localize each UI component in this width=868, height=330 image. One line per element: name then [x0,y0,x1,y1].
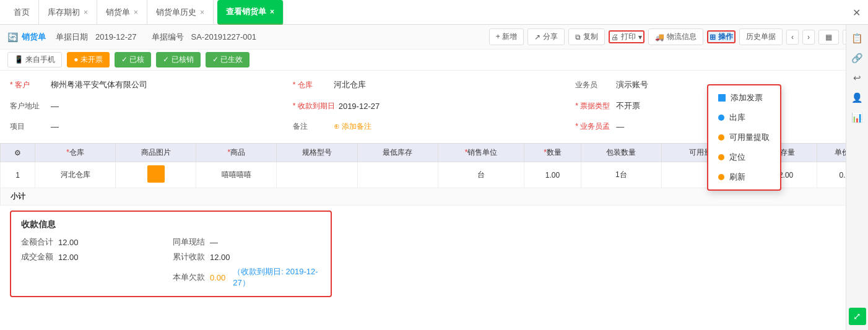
deal-amount-row: 成交金额 12.00 [21,251,169,263]
close-sales-order[interactable]: × [134,8,138,17]
close-sales-history[interactable]: × [200,8,204,17]
arrears-value: 0.00 [210,273,225,282]
tab-inventory-init[interactable]: 库存期初 × [39,0,97,25]
close-inventory-init[interactable]: × [84,8,88,17]
due-date-label: * 收款到期日 [293,101,335,111]
row-no: 1 [1,162,35,188]
expand-icon: ⤢ [853,311,861,322]
side-icon-clipboard[interactable]: 📋 [849,30,866,47]
note-field: 备注 ⊕ 添加备注 [293,119,576,134]
sold-off-icon: ✓ [163,55,169,64]
refresh-side-icon: ↩ [853,72,861,84]
biz-staff-label: * 业务员孟 [575,121,612,132]
refresh-label: 刷新 [729,172,745,183]
nav-next-button[interactable]: › [802,30,815,45]
same-order-label: 同单现结 [173,237,205,248]
note-label: 备注 [293,121,330,132]
col-spec: 规格型号 [277,144,357,162]
nav-prev-button[interactable]: ‹ [786,30,799,45]
tab-sales-history[interactable]: 销货单历史 × [147,0,214,25]
tab-home[interactable]: 首页 [5,0,39,25]
payment-col-right: 同单现结 — 累计收款 12.00 本单欠款 0.00 （收款到期日: 2019… [173,237,321,289]
available-qty-item[interactable]: 可用量提取 [708,128,780,147]
print-icon: 🖨 [611,33,618,41]
effective-icon: ✓ [212,55,219,64]
payment-grid: 金额合计 12.00 成交金额 12.00 同单现结 — 累计收款 12.00 [21,237,321,289]
not-open-button[interactable]: ● 未开票 [67,52,110,67]
out-stock-icon [718,115,724,121]
share-button[interactable]: ↗ 分享 [527,28,565,45]
check-icon: ✓ [121,55,128,64]
staff-value: 演示账号 [616,79,648,90]
cumulative-row: 累计收款 12.00 [173,251,321,263]
doc-type-title: 🔄 销货单 [7,32,46,43]
chart-icon: 📊 [851,112,863,123]
col-min-stock: 最低库存 [357,144,438,162]
close-window-button[interactable]: ✕ [853,6,861,18]
copy-button[interactable]: ⧉ 复制 [568,28,605,45]
row-pack-qty: 1台 [581,162,661,188]
payment-col-left: 金额合计 12.00 成交金额 12.00 [21,237,169,289]
side-icon-link[interactable]: 🔗 [849,50,866,67]
operation-button[interactable]: ⊞ 操作 [707,30,736,43]
add-invoice-label: 添加发票 [731,92,763,103]
arrears-label: 本单欠款 [173,272,205,283]
locate-icon [718,154,724,160]
col-warehouse: *仓库 [35,144,116,162]
col-product: *商品 [196,144,277,162]
product-image [147,165,165,183]
row-warehouse: 河北仓库 [35,162,116,188]
clipboard-icon: 📋 [851,33,863,44]
sold-off-button[interactable]: ✓ 已核销 [156,52,200,67]
history-button[interactable]: 历史单据 [739,28,783,45]
total-amount-row: 金额合计 12.00 [21,237,169,248]
ticket-value: 不开票 [616,100,640,111]
warehouse-label: * 仓库 [293,80,330,90]
total-amount-label: 金额合计 [21,237,53,248]
add-invoice-icon [718,94,726,102]
toolbar-right: + 新增 ↗ 分享 ⧉ 复制 🖨 打印 ▾ 🚚 物流信息 ⊞ 操作 [489,28,861,45]
not-open-icon: ● [74,55,78,64]
from-phone-button[interactable]: 📱 来自手机 [7,52,62,67]
customer-label: * 客户 [10,80,47,90]
checked-button[interactable]: ✓ 已核 [115,52,151,67]
warehouse-field: * 仓库 河北仓库 [293,77,576,93]
grid-view-button[interactable]: ▦ [818,30,839,45]
project-label: 项目 [10,121,47,132]
row-sales-unit: 台 [438,162,524,188]
side-icon-user[interactable]: 👤 [849,89,866,106]
col-settings[interactable]: ⚙ [1,144,35,162]
available-qty-label: 可用量提取 [729,132,770,143]
row-spec [277,162,357,188]
new-button[interactable]: + 新增 [489,28,524,45]
add-note-button[interactable]: ⊕ 添加备注 [334,121,371,132]
refresh-item[interactable]: 刷新 [708,167,780,187]
side-icon-expand[interactable]: ⤢ [849,308,866,325]
out-stock-item[interactable]: 出库 [708,108,780,128]
biz-staff-value: — [616,122,624,131]
customer-value: 柳州粤港平安气体有限公司 [51,79,147,90]
locate-item[interactable]: 定位 [708,147,780,167]
grid-icon: ⊞ [710,33,716,41]
logistics-button[interactable]: 🚚 物流信息 [648,28,703,45]
print-dropdown-arrow: ▾ [638,33,642,41]
add-invoice-item[interactable]: 添加发票 [708,88,780,108]
side-icon-chart[interactable]: 📊 [849,109,866,126]
number-value: SA-20191227-001 [191,32,257,41]
date-value: 2019-12-27 [95,32,137,41]
grid-view-icon: ▦ [825,33,832,41]
close-view-sales[interactable]: × [270,7,274,16]
tab-sales-order[interactable]: 销货单 × [97,0,147,25]
locate-label: 定位 [729,152,745,163]
doc-header: 🔄 销货单 单据日期 2019-12-27 单据编号 SA-20191227-0… [0,25,868,50]
side-icon-refresh[interactable]: ↩ [849,69,866,87]
same-order-value: — [210,238,218,247]
refresh-icon [718,174,724,180]
tab-view-sales[interactable]: 查看销货单 × [217,0,284,25]
print-button[interactable]: 🖨 打印 ▾ [609,30,644,43]
row-min-stock [357,162,438,188]
status-bar: 📱 来自手机 ● 未开票 ✓ 已核 ✓ 已核销 ✓ 已生效 [0,50,868,71]
effective-button[interactable]: ✓ 已生效 [206,52,250,67]
deal-amount-label: 成交金额 [21,251,53,263]
same-order-row: 同单现结 — [173,237,321,248]
